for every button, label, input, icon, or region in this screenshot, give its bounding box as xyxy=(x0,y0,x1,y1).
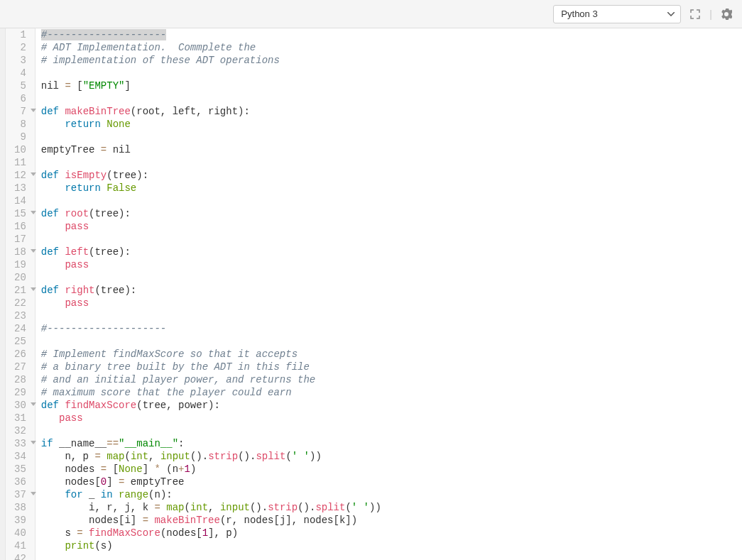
code-line[interactable]: if __name__=="__main__": xyxy=(41,437,742,450)
code-token: #-------------------- xyxy=(41,323,166,334)
fold-marker-icon[interactable] xyxy=(31,109,36,112)
code-token: nodes xyxy=(41,463,101,475)
code-token: 1 xyxy=(202,527,208,539)
code-token: nil xyxy=(107,144,131,155)
code-line[interactable]: nodes[i] = makeBinTree(r, nodes[j], node… xyxy=(41,514,742,527)
code-line[interactable]: return False xyxy=(41,182,742,194)
code-line[interactable]: def makeBinTree(root, left, right): xyxy=(41,105,742,118)
code-line[interactable]: s = findMaxScore(nodes[1], p) xyxy=(41,527,742,539)
code-token: [ xyxy=(71,80,83,92)
code-line[interactable]: #-------------------- xyxy=(41,322,742,335)
code-line[interactable]: nodes[0] = emptyTree xyxy=(41,476,742,488)
code-line[interactable]: nodes = [None] * (n+1) xyxy=(41,463,742,476)
line-number: 12 xyxy=(14,169,26,182)
code-line[interactable]: n, p = map(int, input().strip().split(' … xyxy=(41,450,742,463)
code-line[interactable]: def root(tree): xyxy=(41,207,742,220)
code-line[interactable]: emptyTree = nil xyxy=(41,143,742,156)
code-token: * xyxy=(154,463,160,475)
fold-marker-icon[interactable] xyxy=(31,492,36,495)
code-line[interactable]: # ADT Implementation. Commplete the xyxy=(41,41,742,54)
code-token: in xyxy=(101,489,119,500)
code-token: emptyTree xyxy=(41,144,101,155)
fullscreen-icon[interactable] xyxy=(688,7,702,21)
code-token: (tree): xyxy=(94,285,136,296)
code-line[interactable] xyxy=(41,271,742,284)
kernel-select[interactable]: Python 3 xyxy=(553,5,681,23)
code-token: pass xyxy=(65,259,89,270)
code-token: == xyxy=(107,438,119,449)
chevron-down-icon xyxy=(667,11,675,18)
code-line[interactable]: nil = ["EMPTY"] xyxy=(41,79,742,92)
code-line[interactable] xyxy=(41,424,742,437)
code-line[interactable]: def findMaxScore(tree, power): xyxy=(41,399,742,412)
code-token: def xyxy=(41,106,65,117)
code-token: def xyxy=(41,208,65,219)
fold-marker-icon[interactable] xyxy=(31,441,36,444)
editor-margin xyxy=(0,28,6,560)
code-token: s xyxy=(41,527,77,539)
code-token: strip xyxy=(208,451,238,462)
code-line[interactable]: def right(tree): xyxy=(41,284,742,297)
fold-marker-icon[interactable] xyxy=(31,172,36,176)
code-token: = xyxy=(77,527,82,539)
line-number: 18 xyxy=(14,246,26,258)
code-line[interactable]: # and an initial player power, and retur… xyxy=(41,373,742,386)
line-number: 4 xyxy=(14,67,26,79)
code-line[interactable]: #-------------------- xyxy=(41,28,742,41)
code-line[interactable]: # implementation of these ADT operations xyxy=(41,54,742,67)
code-line[interactable]: # maximum score that the player could ea… xyxy=(41,386,742,399)
code-line[interactable]: return None xyxy=(41,118,742,131)
line-number: 13 xyxy=(14,182,26,194)
fold-marker-icon[interactable] xyxy=(31,249,36,253)
code-token: # ADT Implementation. Commplete the xyxy=(41,42,256,53)
line-number: 15 xyxy=(14,207,26,220)
code-line[interactable]: # a binary tree built by the ADT in this… xyxy=(41,361,742,373)
code-token: ] xyxy=(124,80,130,92)
line-number: 30 xyxy=(14,399,26,412)
gear-icon[interactable] xyxy=(719,7,733,21)
code-token: ) xyxy=(190,463,196,475)
line-number: 11 xyxy=(14,156,26,169)
code-line[interactable]: print(s) xyxy=(41,539,742,552)
code-line[interactable] xyxy=(41,194,742,207)
code-token xyxy=(41,489,65,500)
code-line[interactable]: pass xyxy=(41,412,742,424)
code-token: # and an initial player power, and retur… xyxy=(41,374,315,385)
code-line[interactable] xyxy=(41,156,742,169)
fold-marker-icon[interactable] xyxy=(31,211,36,214)
code-line[interactable]: i, r, j, k = map(int, input().strip().sp… xyxy=(41,501,742,514)
code-line[interactable] xyxy=(41,233,742,246)
code-editor[interactable]: 1234567891011121314151617181920212223242… xyxy=(0,28,742,560)
code-line[interactable]: def isEmpty(tree): xyxy=(41,169,742,182)
line-number: 24 xyxy=(14,322,26,335)
fold-marker-icon[interactable] xyxy=(31,402,36,406)
fold-marker-icon[interactable] xyxy=(31,287,36,291)
code-line[interactable]: for _ in range(n): xyxy=(41,488,742,501)
code-line[interactable]: def left(tree): xyxy=(41,246,742,258)
code-line[interactable] xyxy=(41,309,742,322)
code-token: (). xyxy=(298,502,315,513)
code-line[interactable]: pass xyxy=(41,297,742,309)
code-line[interactable] xyxy=(41,131,742,143)
code-line[interactable] xyxy=(41,552,742,560)
code-token: strip xyxy=(268,502,298,513)
line-number: 33 xyxy=(14,437,26,450)
code-token: , xyxy=(208,502,220,513)
code-line[interactable] xyxy=(41,92,742,105)
code-line[interactable]: pass xyxy=(41,258,742,271)
line-number: 9 xyxy=(14,131,26,143)
code-line[interactable] xyxy=(41,67,742,79)
code-token: 1 xyxy=(185,463,190,475)
code-token: split xyxy=(315,502,345,513)
code-token: (nodes[ xyxy=(160,527,202,539)
line-number: 27 xyxy=(14,361,26,373)
code-token: = xyxy=(154,502,160,513)
code-token: # Implement findMaxScore so that it acce… xyxy=(41,348,298,360)
code-line[interactable]: pass xyxy=(41,220,742,233)
code-token: def xyxy=(41,170,65,181)
code-content[interactable]: #--------------------# ADT Implementatio… xyxy=(36,28,742,560)
line-number: 20 xyxy=(14,271,26,284)
code-token xyxy=(41,119,65,130)
code-line[interactable]: # Implement findMaxScore so that it acce… xyxy=(41,348,742,361)
code-line[interactable] xyxy=(41,335,742,348)
